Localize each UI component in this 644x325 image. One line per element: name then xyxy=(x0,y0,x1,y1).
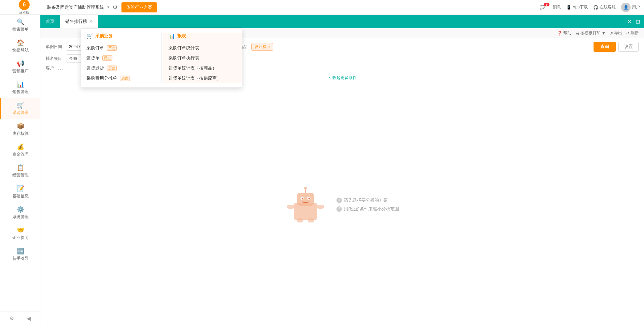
collapse-btn[interactable]: ∧ 收起更多条件 xyxy=(328,75,357,81)
sidebar-item-operations[interactable]: 📋 经营管理 xyxy=(0,161,40,181)
dropdown-item-purchase-order[interactable]: 采购订单 历史 xyxy=(86,43,155,53)
message-icon: 💬 xyxy=(540,5,545,10)
tab-home[interactable]: 首页 xyxy=(40,15,60,28)
search-icon: 🔍 xyxy=(17,18,24,26)
tab-bar-right: ✕ ⊡ xyxy=(626,17,644,26)
svg-rect-10 xyxy=(297,218,303,222)
tab-close-btn[interactable]: ✕ xyxy=(626,17,633,26)
print-action[interactable]: 🖨 按模板打印 ▼ xyxy=(575,30,606,36)
sidebar-item-inventory[interactable]: 📦 库存核算 xyxy=(0,119,40,140)
date-label: 单据日期 xyxy=(46,44,62,50)
sidebar-bottom: ⚙ ◀ xyxy=(0,312,40,325)
query-btn[interactable]: 查询 xyxy=(594,42,616,52)
svg-rect-11 xyxy=(308,218,314,222)
phone-icon: 📱 xyxy=(566,5,571,10)
history-badge: 历史 xyxy=(102,55,112,61)
sidebar-item-label: 新手引导 xyxy=(12,256,29,261)
online-service-label: 在线客服 xyxy=(600,4,616,10)
print-dropdown-icon[interactable]: ▼ xyxy=(602,31,606,36)
tab-close-icon[interactable]: ✕ xyxy=(89,19,93,24)
sidebar-item-baseinfo[interactable]: 📝 基础信息 xyxy=(0,181,40,202)
sidebar-collapse-icon[interactable]: ◀ xyxy=(27,315,31,322)
export-action[interactable]: ↗ 导出 xyxy=(610,30,622,36)
customer-label: 客户 xyxy=(46,65,54,71)
tab-sales-ranking[interactable]: 销售排行榜 ✕ xyxy=(60,15,98,28)
sidebar-item-finance[interactable]: 💰 资金管理 xyxy=(0,140,40,161)
settings-icon[interactable]: ⚙ xyxy=(113,4,117,10)
message-label: 消息 xyxy=(553,4,561,10)
dropdown-item-arrival-stat-supplier[interactable]: 进货单统计表（按供应商） xyxy=(169,73,237,83)
tab-expand-btn[interactable]: ⊡ xyxy=(634,17,641,26)
dropdown-item-purchase-order-exec[interactable]: 采购订单执行表 xyxy=(169,53,237,63)
set-btn[interactable]: 设置 xyxy=(618,42,639,52)
system-title-area: 装备及固定资产辅助管理系统 ▼ ⚙ 体验行业方案 xyxy=(47,2,540,12)
sidebar-item-search[interactable]: 🔍 搜索菜单 xyxy=(0,15,40,36)
sidebar-item-enterprise[interactable]: 🤝 企业协同 xyxy=(0,223,40,244)
export-icon: ↗ xyxy=(610,31,613,36)
dropdown-item-purchase-arrival[interactable]: 进货单 历史 xyxy=(86,53,155,63)
help-action[interactable]: ❓ 帮助 xyxy=(557,30,571,36)
message-action[interactable]: 💬 9 消息 xyxy=(540,4,561,10)
dropdown-item-arrival-stat-goods[interactable]: 进货单统计表（按商品） xyxy=(169,63,237,73)
dropdown-item-purchase-order-stat[interactable]: 采购订单统计表 xyxy=(169,43,237,53)
industry-btn[interactable]: 体验行业方案 xyxy=(121,2,157,12)
logo-text: 标准版 xyxy=(19,10,29,15)
sidebar-item-system[interactable]: ⚙️ 系统管理 xyxy=(0,202,40,223)
sidebar-item-label: 采购管理 xyxy=(12,110,29,116)
dropdown-purchase-col: 🛒 采购业务 采购订单 历史 进货单 历史 进货退货 历史 xyxy=(81,33,160,83)
sidebar-item-label: 搜索菜单 xyxy=(12,27,29,32)
dropdown-item-purchase-return[interactable]: 进货退货 历史 xyxy=(86,63,155,73)
sidebar-item-label: 企业协同 xyxy=(12,235,29,241)
content-area: 首页 销售排行榜 ✕ ✕ ⊡ 🛒 采购业务 采购订单 xyxy=(40,15,644,325)
app-download-action[interactable]: 📱 App下载 xyxy=(566,4,588,10)
sidebar-item-label: 销售管理 xyxy=(12,89,29,95)
empty-hints: 1 请先选择要分析的方案 2 用[过滤]条件来缩小分析范围 xyxy=(336,196,399,213)
system-title: 装备及固定资产辅助管理系统 xyxy=(47,4,104,10)
empty-state: 1 请先选择要分析的方案 2 用[过滤]条件来缩小分析范围 xyxy=(40,84,644,325)
app-download-label: App下载 xyxy=(573,4,588,10)
sidebar-settings-icon[interactable]: ⚙ xyxy=(9,315,14,322)
collapse-icon: ∧ xyxy=(328,76,331,80)
sidebar-item-quicknav[interactable]: 🏠 快捷导航 xyxy=(0,36,40,56)
hint-item-1: 1 请先选择要分析的方案 xyxy=(336,196,399,205)
goods-tag-close[interactable]: × xyxy=(268,44,270,49)
sidebar-item-guide[interactable]: 🆕 新手引导 xyxy=(0,244,40,265)
system-dropdown-icon[interactable]: ▼ xyxy=(107,5,110,9)
sidebar-item-label: 库存核算 xyxy=(12,131,29,136)
box-icon: 📦 xyxy=(17,122,24,130)
goods-tag: 设计费 × xyxy=(251,43,273,51)
refresh-action[interactable]: ↺ 刷新 xyxy=(626,30,639,36)
megaphone-icon: 📢 xyxy=(17,60,24,67)
history-badge: 历史 xyxy=(107,45,117,51)
dropdown-item-purchase-expense[interactable]: 采购费用分摊单 历史 xyxy=(86,73,155,83)
logo-area: 6 标准版 xyxy=(4,0,44,15)
sidebar-item-label: 快捷导航 xyxy=(12,47,29,53)
svg-point-7 xyxy=(304,187,307,190)
online-service-action[interactable]: 🎧 在线客服 xyxy=(593,4,616,10)
dropdown-divider xyxy=(162,33,162,83)
tab-bar: 首页 销售排行榜 ✕ ✕ ⊡ 🛒 采购业务 采购订单 xyxy=(40,15,644,28)
svg-point-5 xyxy=(309,198,310,200)
chart-icon: 📊 xyxy=(17,81,24,88)
cart-icon: 🛒 xyxy=(17,101,24,109)
note-icon: 📝 xyxy=(17,185,24,192)
empty-illustration xyxy=(285,186,326,223)
sidebar-item-label: 系统管理 xyxy=(12,214,29,220)
header-right: 💬 9 消息 📱 App下载 🎧 在线客服 👤 用户 xyxy=(540,3,640,12)
refresh-icon: ↺ xyxy=(626,31,630,36)
help-icon: ❓ xyxy=(557,31,562,36)
sidebar-item-label: 营销推广 xyxy=(12,68,29,74)
dropdown-purchase-title: 🛒 采购业务 xyxy=(86,33,155,39)
customer-more-dots: ... xyxy=(58,66,64,71)
purchase-title-icon: 🛒 xyxy=(86,33,93,39)
goods-tag-text: 设计费 xyxy=(254,44,266,50)
sidebar-item-purchase[interactable]: 🛒 采购管理 xyxy=(0,98,40,119)
svg-rect-9 xyxy=(317,205,324,209)
sidebar-item-label: 资金管理 xyxy=(12,152,29,157)
clipboard-icon: 📋 xyxy=(17,164,24,171)
user-action[interactable]: 👤 用户 xyxy=(621,3,640,12)
purchase-dropdown-menu: 🛒 采购业务 采购订单 历史 进货单 历史 进货退货 历史 xyxy=(81,28,242,88)
money-icon: 💰 xyxy=(17,143,24,151)
sidebar-item-marketing[interactable]: 📢 营销推广 xyxy=(0,56,40,77)
sidebar-item-sales[interactable]: 📊 销售管理 xyxy=(0,77,40,98)
